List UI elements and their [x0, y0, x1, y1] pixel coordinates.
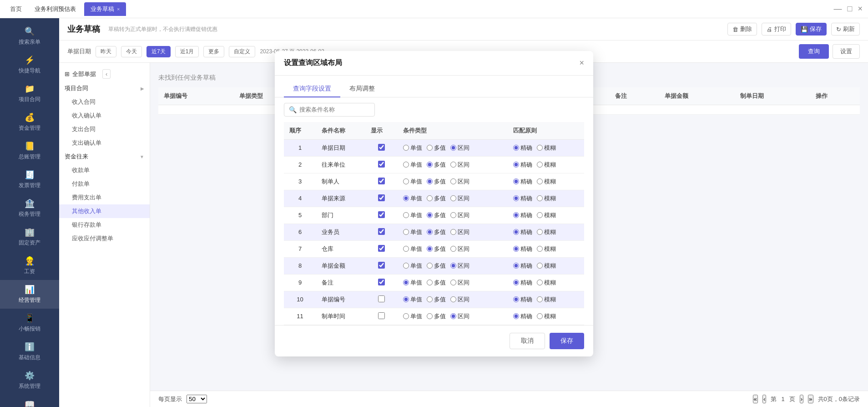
tab-profit[interactable]: 业务利润预估表 — [28, 2, 82, 16]
match-radio-精确[interactable] — [513, 263, 519, 269]
print-button[interactable]: 🖨 打印 — [762, 23, 791, 36]
type-radio-多值[interactable] — [427, 263, 433, 269]
filter-more[interactable]: 更多 — [203, 46, 224, 57]
window-close-icon[interactable]: × — [858, 4, 863, 14]
type-radio-多值[interactable] — [427, 296, 433, 302]
nav-expense-contract[interactable]: 支出合同 — [59, 122, 150, 136]
type-radio-单值[interactable] — [403, 296, 409, 302]
match-radio-模糊[interactable] — [537, 195, 543, 201]
match-radio-模糊[interactable] — [537, 263, 543, 269]
maximize-icon[interactable]: □ — [848, 4, 853, 14]
last-page-btn[interactable]: » — [808, 395, 813, 403]
show-checkbox[interactable] — [378, 245, 385, 252]
match-radio-模糊[interactable] — [537, 229, 543, 235]
tab-draft[interactable]: 业务草稿 × — [84, 2, 126, 16]
match-radio-精确[interactable] — [513, 246, 519, 252]
match-radio-精确[interactable] — [513, 162, 519, 168]
match-radio-精确[interactable] — [513, 280, 519, 285]
show-checkbox[interactable] — [378, 178, 385, 184]
type-radio-单值[interactable] — [403, 246, 409, 252]
match-radio-模糊[interactable] — [537, 296, 543, 302]
type-radio-单值[interactable] — [403, 280, 409, 285]
type-radio-多值[interactable] — [427, 178, 433, 184]
type-radio-多值[interactable] — [427, 280, 433, 285]
per-page-select[interactable]: 50 100 200 — [187, 395, 207, 403]
tab-close-icon[interactable]: × — [117, 6, 120, 12]
match-radio-模糊[interactable] — [537, 178, 543, 184]
show-checkbox[interactable] — [378, 295, 385, 302]
next-page-btn[interactable]: › — [800, 395, 803, 403]
tab-layout[interactable]: 布局调整 — [340, 81, 384, 97]
type-radio-区间[interactable] — [450, 195, 456, 201]
delete-button[interactable]: 🗑 删除 — [727, 23, 757, 36]
type-radio-多值[interactable] — [427, 145, 433, 151]
sidebar-item-operations[interactable]: 📊 经营管理 — [0, 280, 59, 309]
sidebar-item-guide[interactable]: 📖 新手引导 — [0, 395, 59, 407]
filter-yesterday[interactable]: 昨天 — [96, 46, 116, 57]
sidebar-item-invoice[interactable]: 🧾 发票管理 — [0, 165, 59, 194]
type-radio-区间[interactable] — [450, 162, 456, 168]
nav-income-confirm[interactable]: 收入确认单 — [59, 109, 150, 122]
sidebar-item-quick[interactable]: ⚡ 快捷导航 — [0, 51, 59, 79]
filter-custom[interactable]: 自定义 — [229, 46, 255, 57]
nav-bank-deposit[interactable]: 银行存款单 — [59, 218, 150, 232]
type-radio-区间[interactable] — [450, 212, 456, 218]
type-radio-多值[interactable] — [427, 212, 433, 218]
prev-page-btn[interactable]: ‹ — [762, 395, 766, 403]
type-radio-多值[interactable] — [427, 195, 433, 201]
cancel-button[interactable]: 取消 — [510, 333, 545, 349]
match-radio-精确[interactable] — [513, 296, 519, 302]
home-tab[interactable]: 首页 — [5, 2, 26, 16]
type-radio-区间[interactable] — [450, 263, 456, 269]
tab-query-fields[interactable]: 查询字段设置 — [284, 81, 340, 97]
type-radio-区间[interactable] — [450, 313, 456, 319]
type-radio-单值[interactable] — [403, 178, 409, 184]
save-button[interactable]: 💾 保存 — [796, 23, 827, 36]
nav-expense-confirm[interactable]: 支出确认单 — [59, 136, 150, 150]
sidebar-item-ledger[interactable]: 📒 总账管理 — [0, 137, 59, 165]
nav-expense-payment[interactable]: 费用支出单 — [59, 191, 150, 204]
show-checkbox[interactable] — [378, 144, 385, 151]
type-radio-区间[interactable] — [450, 229, 456, 235]
collapse-icon[interactable]: ‹ — [102, 69, 111, 79]
type-radio-区间[interactable] — [450, 246, 456, 252]
type-radio-单值[interactable] — [403, 263, 409, 269]
match-radio-精确[interactable] — [513, 313, 519, 319]
save-dialog-button[interactable]: 保存 — [550, 333, 584, 349]
filter-7days[interactable]: 近7天 — [146, 46, 171, 57]
match-radio-模糊[interactable] — [537, 145, 543, 151]
sidebar-item-tax[interactable]: 🏦 税务管理 — [0, 194, 59, 223]
show-checkbox[interactable] — [378, 279, 385, 285]
type-radio-区间[interactable] — [450, 178, 456, 184]
type-radio-单值[interactable] — [403, 145, 409, 151]
match-radio-模糊[interactable] — [537, 212, 543, 218]
nav-other-income[interactable]: 其他收入单 — [59, 204, 150, 218]
match-radio-模糊[interactable] — [537, 313, 543, 319]
filter-1month[interactable]: 近1月 — [175, 46, 199, 57]
match-radio-精确[interactable] — [513, 178, 519, 184]
match-radio-精确[interactable] — [513, 212, 519, 218]
type-radio-区间[interactable] — [450, 145, 456, 151]
minimize-icon[interactable]: — — [834, 4, 842, 14]
show-checkbox[interactable] — [378, 211, 385, 218]
show-checkbox[interactable] — [378, 228, 385, 235]
show-checkbox[interactable] — [378, 312, 385, 319]
type-radio-多值[interactable] — [427, 246, 433, 252]
query-button[interactable]: 查询 — [799, 44, 829, 59]
all-orders-header[interactable]: ⊞ 全部单据 ‹ — [59, 66, 150, 81]
sidebar-item-system[interactable]: ⚙️ 系统管理 — [0, 366, 59, 395]
sidebar-item-project[interactable]: 📁 项目合同 — [0, 79, 59, 108]
sidebar-item-expense[interactable]: 📱 小畅报销 — [0, 309, 59, 337]
type-radio-单值[interactable] — [403, 313, 409, 319]
type-radio-多值[interactable] — [427, 229, 433, 235]
match-radio-模糊[interactable] — [537, 246, 543, 252]
nav-fund-section[interactable]: 资金往来 ▼ — [59, 150, 150, 163]
nav-income-contract[interactable]: 收入合同 — [59, 95, 150, 109]
nav-payment[interactable]: 付款单 — [59, 177, 150, 191]
match-radio-模糊[interactable] — [537, 162, 543, 168]
dialog-close-icon[interactable]: × — [579, 59, 584, 67]
type-radio-单值[interactable] — [403, 212, 409, 218]
nav-receipt[interactable]: 收款单 — [59, 163, 150, 177]
first-page-btn[interactable]: « — [753, 395, 758, 403]
nav-ar-ap-adjust[interactable]: 应收应付调整单 — [59, 232, 150, 245]
